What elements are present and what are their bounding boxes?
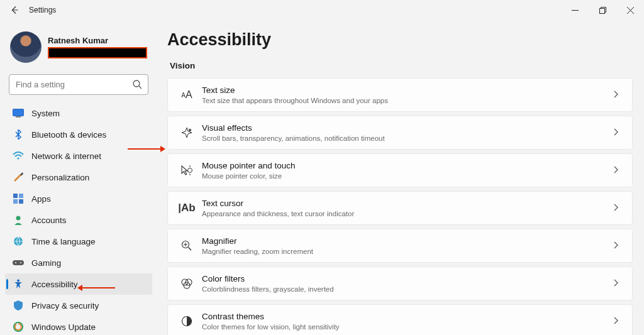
person-icon <box>13 214 24 226</box>
user-name: Ratnesh Kumar <box>48 36 147 45</box>
card-contrast-themes[interactable]: Contrast themes Color themes for low vis… <box>167 304 633 335</box>
svg-point-15 <box>16 216 21 221</box>
contrast-icon <box>178 314 196 329</box>
sidebar-item-privacy[interactable]: Privacy & security <box>5 295 152 316</box>
main-content: Accessibility Vision AA Text size Text s… <box>157 20 644 335</box>
card-subtitle: Text size that appears throughout Window… <box>202 97 612 104</box>
maximize-icon <box>599 7 606 14</box>
search-input[interactable] <box>9 74 148 95</box>
card-title: Magnifier <box>202 236 612 246</box>
sidebar-item-label: Personalization <box>31 173 89 182</box>
wifi-icon <box>13 150 24 162</box>
card-subtitle: Scroll bars, transparency, animations, n… <box>202 135 612 142</box>
sidebar-item-accessibility[interactable]: Accessibility <box>5 273 152 295</box>
sidebar-item-network[interactable]: Network & internet <box>5 145 152 167</box>
close-button[interactable] <box>616 0 644 20</box>
page-title: Accessibility <box>167 30 633 50</box>
update-icon <box>13 321 24 332</box>
svg-point-9 <box>17 157 19 159</box>
sidebar-item-update[interactable]: Windows Update <box>5 316 152 335</box>
svg-rect-11 <box>13 194 18 198</box>
svg-point-20 <box>17 280 19 282</box>
card-text-size[interactable]: AA Text size Text size that appears thro… <box>167 78 633 112</box>
svg-rect-7 <box>13 109 24 116</box>
sidebar-item-label: System <box>31 109 60 118</box>
svg-point-5 <box>133 80 140 87</box>
color-filters-icon <box>178 276 196 291</box>
sidebar-item-label: Apps <box>31 194 51 204</box>
sidebar-item-accounts[interactable]: Accounts <box>5 209 152 231</box>
svg-line-6 <box>139 86 142 89</box>
shield-icon <box>13 300 24 311</box>
back-button[interactable] <box>6 2 23 18</box>
card-title: Mouse pointer and touch <box>202 161 612 171</box>
sidebar-item-label: Time & language <box>31 237 96 246</box>
sidebar-item-label: Bluetooth & devices <box>31 130 106 140</box>
svg-rect-2 <box>599 8 604 13</box>
sidebar-item-personalization[interactable]: Personalization <box>5 167 152 188</box>
minimize-button[interactable] <box>561 0 589 20</box>
card-subtitle: Mouse pointer color, size <box>202 172 612 180</box>
card-title: Color filters <box>202 274 612 284</box>
svg-rect-8 <box>16 116 21 118</box>
sidebar: Ratnesh Kumar System Bluetooth & devices <box>0 20 157 335</box>
sidebar-item-label: Accounts <box>31 216 67 225</box>
svg-point-19 <box>20 262 21 263</box>
bluetooth-icon <box>13 129 24 140</box>
svg-rect-14 <box>19 199 23 204</box>
maximize-button[interactable] <box>589 0 616 20</box>
app-title: Settings <box>29 6 56 14</box>
sidebar-item-apps[interactable]: Apps <box>5 188 152 209</box>
sidebar-item-label: Network & internet <box>31 151 101 161</box>
section-header-vision: Vision <box>170 61 633 70</box>
svg-rect-17 <box>13 260 24 265</box>
user-row[interactable]: Ratnesh Kumar <box>5 26 152 65</box>
card-text-cursor[interactable]: |Ab Text cursor Appearance and thickness… <box>167 191 633 225</box>
redacted-email <box>48 47 147 58</box>
card-title: Text size <box>202 85 612 96</box>
chevron-right-icon <box>612 202 622 214</box>
chevron-right-icon <box>612 165 622 176</box>
gaming-icon <box>13 257 24 268</box>
close-icon <box>627 7 634 14</box>
sidebar-item-gaming[interactable]: Gaming <box>5 252 152 273</box>
avatar <box>10 31 42 63</box>
arrow-left-icon <box>10 6 19 14</box>
card-visual-effects[interactable]: Visual effects Scroll bars, transparency… <box>167 116 633 150</box>
minimize-icon <box>572 7 579 14</box>
svg-point-23 <box>188 168 192 173</box>
sparkle-icon <box>178 125 196 140</box>
card-subtitle: Magnifier reading, zoom increment <box>202 248 612 255</box>
card-color-filters[interactable]: Color filters Colorblindness filters, gr… <box>167 266 633 300</box>
text-size-icon: AA <box>178 87 196 102</box>
card-mouse-pointer[interactable]: Mouse pointer and touch Mouse pointer co… <box>167 153 633 187</box>
chevron-right-icon <box>612 127 622 138</box>
card-subtitle: Color themes for low vision, light sensi… <box>202 323 612 331</box>
sidebar-item-system[interactable]: System <box>5 102 152 124</box>
svg-line-27 <box>189 248 192 251</box>
paintbrush-icon <box>13 172 24 183</box>
sidebar-item-time[interactable]: Time & language <box>5 231 152 252</box>
apps-icon <box>13 193 24 204</box>
svg-rect-12 <box>19 194 23 198</box>
text-cursor-icon: |Ab <box>178 200 196 216</box>
chevron-right-icon <box>612 316 622 327</box>
sidebar-item-bluetooth[interactable]: Bluetooth & devices <box>5 124 152 145</box>
card-title: Visual effects <box>202 123 612 133</box>
svg-point-18 <box>15 262 16 263</box>
search-icon <box>132 79 142 89</box>
svg-rect-13 <box>13 199 18 204</box>
chevron-right-icon <box>612 240 622 251</box>
accessibility-icon <box>13 278 24 290</box>
sidebar-item-label: Privacy & security <box>31 301 99 310</box>
chevron-right-icon <box>612 278 622 289</box>
card-title: Contrast themes <box>202 312 612 322</box>
card-title: Text cursor <box>202 199 612 209</box>
title-bar: Settings <box>0 0 644 20</box>
sidebar-item-label: Windows Update <box>31 322 96 332</box>
card-subtitle: Appearance and thickness, text cursor in… <box>202 210 612 217</box>
card-magnifier[interactable]: Magnifier Magnifier reading, zoom increm… <box>167 229 633 263</box>
magnifier-icon <box>178 238 196 253</box>
sidebar-item-label: Gaming <box>31 258 61 268</box>
globe-clock-icon <box>13 236 24 247</box>
